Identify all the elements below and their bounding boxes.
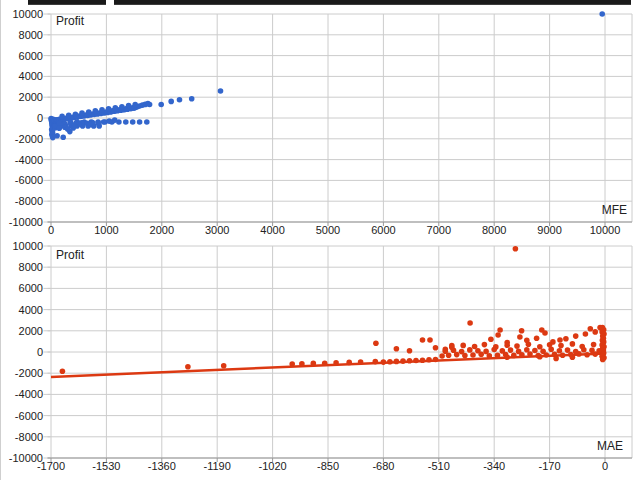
data-point[interactable] [394,359,400,365]
data-point[interactable] [459,349,465,355]
data-point[interactable] [519,328,525,334]
data-point[interactable] [516,349,522,355]
data-point[interactable] [583,331,589,337]
data-point[interactable] [407,348,413,354]
data-point[interactable] [500,348,506,354]
data-point[interactable] [333,360,339,366]
data-point[interactable] [600,357,606,363]
data-point[interactable] [482,342,488,348]
data-point[interactable] [557,348,563,354]
data-point[interactable] [394,346,400,352]
data-point[interactable] [467,320,473,326]
data-point[interactable] [573,349,579,355]
data-point[interactable] [443,348,449,354]
data-point[interactable] [101,119,107,125]
data-point[interactable] [584,352,590,358]
data-point[interactable] [573,333,579,339]
data-point[interactable] [66,113,72,119]
data-point[interactable] [553,356,559,362]
data-point[interactable] [373,359,379,365]
data-point[interactable] [218,88,224,94]
data-point[interactable] [57,120,63,126]
data-point[interactable] [599,11,605,17]
data-point[interactable] [381,359,387,365]
data-point[interactable] [537,354,543,360]
data-point[interactable] [99,107,105,113]
data-point[interactable] [57,125,63,131]
data-point[interactable] [570,341,576,347]
data-point[interactable] [311,361,317,367]
data-point[interactable] [420,357,426,363]
data-point[interactable] [488,337,494,343]
data-point[interactable] [513,246,519,252]
data-point[interactable] [137,119,143,125]
data-point[interactable] [185,364,191,370]
data-point[interactable] [427,337,433,343]
data-point[interactable] [433,357,439,363]
data-point[interactable] [439,353,445,359]
data-point[interactable] [534,335,540,341]
data-point[interactable] [565,347,571,353]
data-point[interactable] [147,102,153,108]
data-point[interactable] [73,111,79,117]
data-point[interactable] [158,102,164,108]
data-point[interactable] [130,119,136,125]
data-point[interactable] [558,343,564,349]
data-point[interactable] [514,343,520,349]
data-point[interactable] [59,114,65,120]
data-point[interactable] [95,120,101,126]
data-point[interactable] [560,352,566,358]
data-point[interactable] [177,97,183,103]
data-point[interactable] [373,341,379,347]
data-point[interactable] [346,360,352,366]
data-point[interactable] [483,349,489,355]
data-point[interactable] [168,99,174,105]
data-point[interactable] [532,348,538,354]
data-point[interactable] [537,344,543,350]
data-point[interactable] [557,337,563,343]
data-point[interactable] [54,133,60,139]
data-point[interactable] [87,122,93,128]
data-point[interactable] [86,109,92,115]
data-point[interactable] [508,347,514,353]
data-point[interactable] [132,102,138,108]
data-point[interactable] [591,342,597,348]
data-point[interactable] [504,355,510,361]
data-point[interactable] [93,108,99,114]
data-point[interactable] [495,332,501,338]
data-point[interactable] [579,344,585,350]
data-point[interactable] [493,344,499,350]
data-point[interactable] [570,355,576,361]
data-point[interactable] [495,352,501,358]
data-point[interactable] [517,334,523,340]
data-point[interactable] [112,117,118,123]
data-point[interactable] [113,105,119,111]
data-point[interactable] [144,119,150,125]
data-point[interactable] [470,352,476,358]
data-point[interactable] [589,348,595,354]
data-point[interactable] [467,347,473,353]
data-point[interactable] [387,359,393,365]
data-point[interactable] [123,119,129,125]
data-point[interactable] [426,357,432,363]
data-point[interactable] [460,343,466,349]
data-point[interactable] [588,326,594,332]
data-point[interactable] [524,347,530,353]
data-point[interactable] [400,358,406,364]
data-point[interactable] [322,360,328,366]
data-point[interactable] [563,336,569,342]
data-point[interactable] [289,361,295,367]
data-point[interactable] [497,327,503,333]
data-point[interactable] [449,344,455,350]
data-point[interactable] [407,358,413,364]
data-point[interactable] [126,103,132,109]
data-point[interactable] [511,353,517,359]
data-point[interactable] [550,339,556,345]
data-point[interactable] [413,358,419,364]
data-point[interactable] [358,359,364,365]
data-point[interactable] [524,338,530,344]
data-point[interactable] [540,348,546,354]
data-point[interactable] [79,110,85,116]
data-point[interactable] [221,363,227,369]
data-point[interactable] [106,118,112,124]
